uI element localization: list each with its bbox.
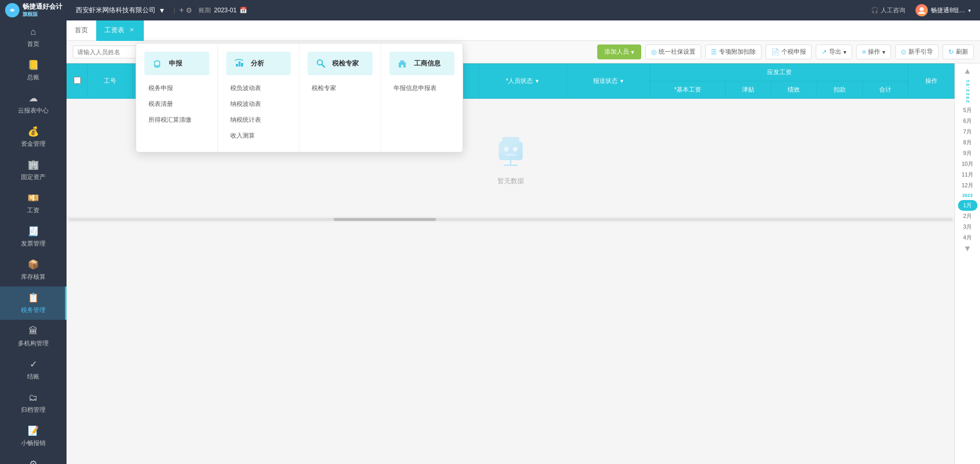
sidebar-settle-label: 结账: [27, 372, 39, 381]
timeline-month-6[interactable]: 6月: [958, 116, 977, 126]
timeline-month-8[interactable]: 8月: [958, 137, 977, 148]
sidebar-item-xiaochang[interactable]: 📝 小畅报销: [0, 419, 67, 453]
th-operation: 操作: [908, 64, 954, 99]
service-button[interactable]: 🎧 人工咨询: [871, 6, 905, 15]
calendar-icon[interactable]: 📅: [239, 7, 247, 14]
select-all-checkbox[interactable]: [74, 77, 81, 84]
operation-icon: ≡: [862, 48, 866, 56]
content-area: 首页 工资表 ✕ 🔍 添加人员 ▾ ◎ 统一社保设置 ☰: [67, 20, 980, 464]
report-filter-icon[interactable]: ▼: [619, 78, 624, 84]
header-separator: |: [173, 7, 175, 14]
add-person-button[interactable]: 添加人员 ▾: [597, 45, 641, 59]
menu-item-tax-list[interactable]: 税表清册: [144, 96, 209, 112]
menu-item-tax-expert[interactable]: 税检专家: [308, 80, 373, 96]
sidebar-item-tax[interactable]: 📋 税务管理: [0, 286, 67, 320]
sidebar-item-fund[interactable]: 💰 资金管理: [0, 120, 67, 153]
menu-item-tax-burden[interactable]: 税负波动表: [226, 80, 291, 96]
sidebar-item-inventory[interactable]: 📦 库存核算: [0, 253, 67, 286]
export-icon: ↗: [821, 48, 827, 56]
timeline-year-2023-top: 2023.01: [965, 79, 970, 103]
timeline-month-3[interactable]: 3月: [958, 222, 977, 232]
timeline-month-12[interactable]: 12月: [958, 180, 977, 191]
horizontal-scrollbar[interactable]: [67, 216, 954, 223]
operation-btn[interactable]: ≡ 操作 ▾: [856, 45, 891, 59]
logo-area: 畅捷通好会计 旗舰版: [5, 3, 72, 18]
sidebar-multi-label: 多机构管理: [18, 339, 49, 348]
operation-label: 操作: [868, 48, 880, 56]
multi-icon: 🏛: [27, 325, 39, 337]
social-icon: ◎: [651, 48, 657, 56]
home-icon: ⌂: [27, 26, 39, 38]
svg-point-12: [314, 57, 327, 70]
menu-item-income-tax[interactable]: 所得税汇算清缴: [144, 112, 209, 128]
timeline-month-4[interactable]: 4月: [958, 232, 977, 243]
sidebar-item-salary[interactable]: 💴 工资: [0, 187, 67, 220]
timeline-month-5[interactable]: 5月: [958, 105, 977, 116]
special-deduction-btn[interactable]: ☰ 专项附加扣除: [705, 45, 761, 59]
add-company-btn[interactable]: +: [179, 6, 184, 15]
user-info[interactable]: 畅捷通8组… ▾: [911, 2, 975, 18]
sidebar-tax-label: 税务管理: [21, 306, 46, 315]
svg-point-4: [504, 147, 508, 151]
timeline-month-1[interactable]: 1月: [958, 200, 977, 211]
status-filter-icon[interactable]: ▼: [535, 78, 540, 84]
logo-text-container: 畅捷通好会计 旗舰版: [23, 3, 62, 18]
sidebar-item-settle[interactable]: ✓ 结账: [0, 353, 67, 386]
timeline-down-arrow[interactable]: ▼: [963, 243, 973, 254]
app-subtitle: 旗舰版: [23, 11, 62, 18]
main-layout: ⌂ 首页 📒 总账 ☁ 云报表中心 💰 资金管理 🏢 固定资产 💴 工资 🧾 发…: [0, 20, 980, 464]
timeline-month-9[interactable]: 9月: [958, 148, 977, 159]
th-status: *人员状态 ▼: [478, 64, 567, 99]
settings-icon[interactable]: ⚙: [186, 6, 192, 14]
sidebar-item-invoice[interactable]: 🧾 发票管理: [0, 220, 67, 253]
scrollbar-thumb[interactable]: [334, 218, 436, 221]
sidebar-item-home[interactable]: ⌂ 首页: [0, 20, 67, 54]
sidebar-item-multi[interactable]: 🏛 多机构管理: [0, 320, 67, 353]
tab-home[interactable]: 首页: [67, 20, 96, 41]
social-insurance-btn[interactable]: ◎ 统一社保设置: [645, 45, 701, 59]
sidebar-fund-label: 资金管理: [21, 140, 46, 148]
svg-point-5: [513, 147, 517, 151]
timeline-month-2[interactable]: 2月: [958, 211, 977, 222]
menu-item-tax-report[interactable]: 税务申报: [144, 80, 209, 96]
dropdown-menu: 申报 税务申报 税表清册 所得税汇算清缴: [136, 43, 463, 152]
menu-item-annual-report[interactable]: 年报信息申报表: [389, 80, 455, 96]
menu-item-income-estimate[interactable]: 收入测算: [226, 128, 291, 144]
special-icon: ☰: [711, 48, 717, 56]
tab-close-icon[interactable]: ✕: [127, 26, 136, 34]
dropdown-col-shuijian: 税检专家 税检专家: [299, 43, 381, 152]
svg-rect-2: [498, 141, 522, 160]
social-label: 统一社保设置: [659, 48, 695, 56]
tax-report-icon: 📄: [771, 48, 779, 56]
sidebar-invoice-label: 发票管理: [21, 239, 46, 248]
refresh-btn[interactable]: ↻ 刷新: [943, 45, 974, 59]
empty-illustration: [490, 129, 531, 170]
top-header: 畅捷通好会计 旗舰版 西安虾米网络科技有限公司 ▼ | + ⚙ 账期 2023-…: [0, 0, 980, 20]
export-dropdown-icon: ▾: [843, 49, 846, 56]
scrollbar-track: [69, 218, 952, 221]
service-label: 人工咨询: [881, 6, 905, 15]
menu-item-tax-stats[interactable]: 纳税统计表: [226, 112, 291, 128]
sidebar-item-ledger[interactable]: 📒 总账: [0, 54, 67, 87]
sidebar-item-settings[interactable]: ⚙ 基础设置: [0, 453, 67, 464]
dropdown-grid: 申报 税务申报 税表清册 所得税汇算清缴: [136, 43, 463, 152]
guide-btn[interactable]: ⊙ 新手引导: [895, 45, 939, 59]
user-avatar: [916, 4, 928, 16]
sidebar-archive-label: 归档管理: [21, 406, 46, 414]
shenbao-title: 申报: [169, 59, 182, 68]
timeline-month-11[interactable]: 11月: [958, 169, 977, 180]
company-selector[interactable]: 西安虾米网络科技有限公司 ▼: [72, 4, 169, 17]
add-person-dropdown-arrow: ▾: [631, 49, 634, 56]
sidebar-item-cloud[interactable]: ☁ 云报表中心: [0, 87, 67, 120]
tab-salary[interactable]: 工资表 ✕: [96, 20, 144, 41]
timeline-month-10[interactable]: 10月: [958, 159, 977, 169]
timeline-month-7[interactable]: 7月: [958, 126, 977, 137]
sidebar-item-archive[interactable]: 🗂 归档管理: [0, 386, 67, 419]
dropdown-col-fenxi: 分析 税负波动表 纳税波动表 纳税统计表 收入测算: [218, 43, 300, 152]
timeline-up-arrow[interactable]: ▲: [963, 65, 973, 77]
sidebar-item-assets[interactable]: 🏢 固定资产: [0, 153, 67, 187]
export-btn[interactable]: ↗ 导出 ▾: [816, 45, 852, 59]
search-input[interactable]: [77, 49, 139, 56]
menu-item-tax-fluctuation[interactable]: 纳税波动表: [226, 96, 291, 112]
tax-report-btn[interactable]: 📄 个税申报: [766, 45, 812, 59]
